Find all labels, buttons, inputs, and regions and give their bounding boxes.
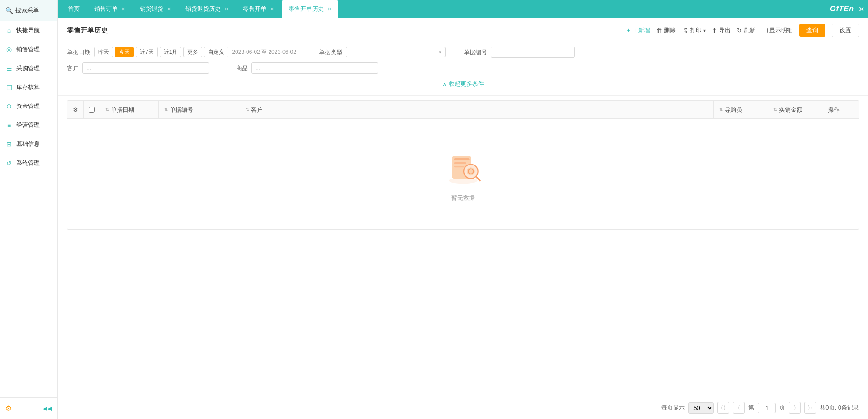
settings-icon[interactable]: ⚙ bbox=[5, 404, 12, 413]
tab-retail-open[interactable]: 零售开单 ✕ bbox=[237, 0, 280, 18]
settings-gear-icon[interactable]: ⚙ bbox=[73, 106, 78, 113]
sidebar-search[interactable]: 🔍 搜索采单 bbox=[0, 0, 57, 21]
th-date: ⇅ 单据日期 bbox=[100, 101, 159, 118]
delete-button[interactable]: 🗑 删除 bbox=[656, 26, 676, 34]
collapse-icon[interactable]: ◀◀ bbox=[43, 405, 52, 412]
sort-icon[interactable]: ⇅ bbox=[719, 107, 723, 112]
sidebar-item-quick-nav[interactable]: ⌂ 快捷导航 bbox=[0, 21, 57, 40]
tab-home[interactable]: 首页 bbox=[62, 0, 86, 18]
sidebar-item-label: 系统管理 bbox=[16, 159, 40, 167]
table-header: ⚙ ⇅ 单据日期 ⇅ 单据编号 ⇅ 客户 bbox=[67, 101, 859, 119]
plus-icon: ＋ bbox=[626, 26, 631, 34]
last-page-btn[interactable]: ⟩⟩ bbox=[804, 402, 816, 414]
number-filter-label: 单据编号 bbox=[464, 48, 487, 56]
goods-input-wrap[interactable] bbox=[251, 62, 378, 74]
first-page-btn[interactable]: ⟨⟨ bbox=[717, 402, 729, 414]
sidebar-item-sales-mgmt[interactable]: ◎ 销售管理 bbox=[0, 40, 57, 59]
sidebar-item-operation[interactable]: ≡ 经营管理 bbox=[0, 116, 57, 135]
export-button[interactable]: ⬆ 导出 bbox=[712, 26, 730, 34]
refresh-button[interactable]: ↻ 刷新 bbox=[737, 26, 755, 34]
display-detail-checkbox[interactable] bbox=[762, 28, 768, 33]
empty-text: 暂无数据 bbox=[451, 194, 475, 202]
customer-input[interactable] bbox=[86, 65, 205, 71]
print-icon: 🖨 bbox=[682, 27, 688, 34]
date-btn-today[interactable]: 今天 bbox=[115, 47, 134, 57]
date-btn-yesterday[interactable]: 昨天 bbox=[94, 47, 113, 57]
tab-sales-return-history-close[interactable]: ✕ bbox=[224, 6, 228, 12]
sort-icon[interactable]: ⇅ bbox=[773, 107, 777, 112]
refresh-icon: ↻ bbox=[737, 27, 742, 34]
sidebar-item-label: 快捷导航 bbox=[16, 26, 40, 34]
tab-home-label: 首页 bbox=[68, 5, 80, 13]
query-button[interactable]: 查询 bbox=[799, 24, 825, 37]
th-checkbox[interactable] bbox=[84, 101, 100, 118]
th-action: 操作 bbox=[822, 101, 859, 118]
print-label: 打印 bbox=[690, 26, 702, 34]
svg-rect-3 bbox=[454, 162, 466, 164]
tab-sales-return-close[interactable]: ✕ bbox=[167, 6, 171, 12]
tab-sales-order-close[interactable]: ✕ bbox=[121, 6, 125, 12]
tab-sales-order[interactable]: 销售订单 ✕ bbox=[88, 0, 132, 18]
th-guide-label: 导购员 bbox=[725, 106, 742, 114]
filter-area: 单据日期 昨天 今天 近7天 近1月 更多 自定义 2023-06-02 至 2… bbox=[58, 41, 868, 96]
th-action-label: 操作 bbox=[828, 106, 840, 114]
type-select[interactable]: ▾ bbox=[346, 47, 446, 57]
export-label: 导出 bbox=[719, 26, 730, 34]
collapse-btn[interactable]: ∧ 收起更多条件 bbox=[67, 78, 859, 90]
filter-date: 单据日期 昨天 今天 近7天 近1月 更多 自定义 2023-06-02 至 2… bbox=[67, 47, 296, 57]
sidebar-item-label: 基础信息 bbox=[16, 140, 40, 148]
number-input-wrap[interactable] bbox=[491, 47, 575, 58]
select-all-checkbox[interactable] bbox=[89, 107, 95, 113]
display-detail-checkbox-label[interactable]: 显示明细 bbox=[762, 26, 793, 34]
tab-sales-return-label: 销货退货 bbox=[140, 5, 163, 13]
number-input[interactable] bbox=[495, 49, 571, 56]
th-amount: ⇅ 实销金额 bbox=[768, 101, 822, 118]
date-buttons: 昨天 今天 近7天 近1月 更多 自定义 bbox=[94, 47, 228, 57]
goods-input[interactable] bbox=[256, 65, 374, 71]
sidebar-search-label: 搜索采单 bbox=[15, 6, 39, 14]
per-page-select[interactable]: 50 10 20 100 bbox=[688, 402, 714, 414]
refresh-label: 刷新 bbox=[744, 26, 755, 34]
next-page-btn[interactable]: ⟩ bbox=[789, 402, 801, 414]
date-btn-7days[interactable]: 近7天 bbox=[136, 47, 158, 57]
sort-icon[interactable]: ⇅ bbox=[246, 107, 249, 112]
sort-icon[interactable]: ⇅ bbox=[164, 107, 168, 112]
per-page-label: 每页显示 bbox=[661, 404, 685, 412]
sidebar-item-basic-info[interactable]: ⊞ 基础信息 bbox=[0, 135, 57, 154]
toolbar: ＋ + 新增 🗑 删除 🖨 打印 ▾ ⬆ 导出 ↻ bbox=[626, 24, 859, 37]
date-btn-more[interactable]: 更多 bbox=[183, 47, 202, 57]
sidebar-item-label: 采购管理 bbox=[16, 64, 40, 72]
th-setting[interactable]: ⚙ bbox=[67, 101, 84, 118]
tab-retail-open-history[interactable]: 零售开单历史 ✕ bbox=[282, 0, 338, 18]
sidebar-item-system-mgmt[interactable]: ↺ 系统管理 bbox=[0, 154, 57, 173]
sort-icon[interactable]: ⇅ bbox=[105, 107, 109, 112]
prev-page-btn[interactable]: ⟨ bbox=[733, 402, 745, 414]
add-button[interactable]: ＋ + 新增 bbox=[626, 26, 650, 34]
tab-sales-return-history[interactable]: 销货退货历史 ✕ bbox=[179, 0, 235, 18]
th-guide: ⇅ 导购员 bbox=[714, 101, 768, 118]
inventory-icon: ◫ bbox=[5, 84, 13, 91]
basic-info-icon: ⊞ bbox=[5, 141, 13, 148]
date-btn-1month[interactable]: 近1月 bbox=[160, 47, 182, 57]
sidebar-item-finance[interactable]: ⊙ 资金管理 bbox=[0, 97, 57, 116]
tab-retail-open-label: 零售开单 bbox=[243, 5, 266, 13]
sidebar-item-inventory[interactable]: ◫ 库存核算 bbox=[0, 78, 57, 97]
print-button[interactable]: 🖨 打印 ▾ bbox=[682, 26, 706, 34]
table-area: ⚙ ⇅ 单据日期 ⇅ 单据编号 ⇅ 客户 bbox=[58, 96, 868, 396]
finance-icon: ⊙ bbox=[5, 103, 13, 110]
filter-row-1: 单据日期 昨天 今天 近7天 近1月 更多 自定义 2023-06-02 至 2… bbox=[67, 47, 859, 58]
date-btn-custom[interactable]: 自定义 bbox=[204, 47, 228, 57]
tab-sales-return[interactable]: 销货退货 ✕ bbox=[133, 0, 177, 18]
setting-button[interactable]: 设置 bbox=[832, 24, 859, 37]
window-close-btn[interactable]: ✕ bbox=[859, 5, 864, 14]
display-label: 显示明细 bbox=[769, 26, 793, 34]
page-header: 零售开单历史 ＋ + 新增 🗑 删除 🖨 打印 ▾ ⬆ 导出 bbox=[58, 18, 868, 41]
customer-input-wrap[interactable] bbox=[82, 62, 209, 74]
sidebar-item-purchase-mgmt[interactable]: ☰ 采购管理 bbox=[0, 59, 57, 78]
page-input[interactable] bbox=[758, 403, 776, 413]
tab-retail-open-close[interactable]: ✕ bbox=[270, 6, 274, 12]
tab-sales-return-history-label: 销货退货历史 bbox=[185, 5, 221, 13]
sidebar-item-label: 库存核算 bbox=[16, 83, 40, 91]
collapse-up-icon: ∧ bbox=[442, 81, 447, 88]
tab-retail-open-history-close[interactable]: ✕ bbox=[327, 6, 332, 12]
